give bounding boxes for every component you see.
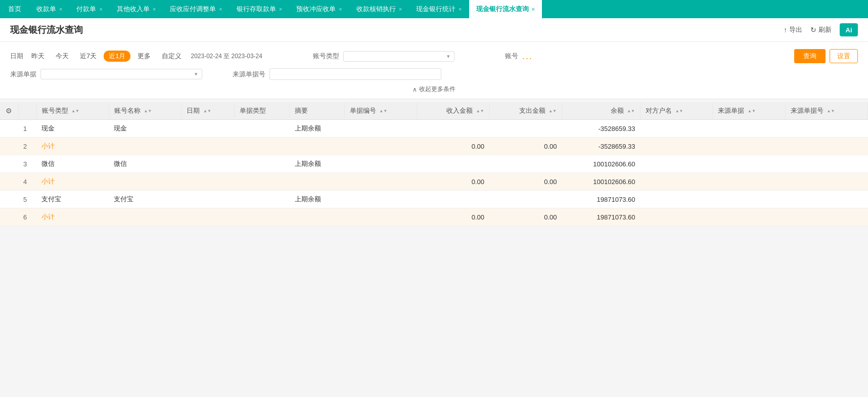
table-row: 5支付宝支付宝上期余额19871073.60	[0, 191, 868, 208]
table-row: 4小计0.000.00100102606.60	[0, 173, 868, 191]
table-container: ⚙ 账号类型 ▲▼ 账号名称 ▲▼ 日期 ▲▼ 单据类型 摘要 单	[0, 102, 868, 226]
th-settings[interactable]: ⚙	[0, 102, 18, 120]
close-tab-4-icon[interactable]: ×	[279, 6, 282, 12]
close-tab-5-icon[interactable]: ×	[339, 6, 342, 12]
account-label: 账号	[505, 52, 518, 61]
th-balance[interactable]: 余额 ▲▼	[562, 102, 641, 120]
nav-tab-7[interactable]: 现金银行统计 ×	[409, 0, 469, 18]
refresh-button[interactable]: ↻ 刷新	[810, 25, 832, 34]
close-tab-3-icon[interactable]: ×	[219, 6, 222, 12]
date-option-custom[interactable]: 自定义	[158, 51, 186, 62]
sort-balance-icon: ▲▼	[627, 109, 635, 113]
column-settings-icon[interactable]: ⚙	[6, 107, 12, 115]
th-doc-no[interactable]: 单据编号 ▲▼	[344, 102, 417, 120]
settings-button[interactable]: 设置	[830, 49, 858, 63]
th-summary: 摘要	[290, 102, 344, 120]
sort-account-name-icon: ▲▼	[144, 109, 152, 113]
table-body: 1现金现金上期余额-3528659.332小计0.000.00-3528659.…	[0, 120, 868, 226]
export-button[interactable]: ↑ 导出	[784, 25, 802, 34]
close-tab-1-icon[interactable]: ×	[99, 6, 102, 12]
account-filter-group: 账号 ...	[505, 51, 533, 62]
date-label: 日期	[10, 52, 23, 61]
date-options: 昨天 今天 近7天 近1月 更多 自定义 2023-02-24 至 2023-0…	[27, 51, 262, 62]
nav-tab-8[interactable]: 现金银行流水查询 ×	[469, 0, 542, 18]
page-header: 现金银行流水查询 ↑ 导出 ↻ 刷新 Ai	[0, 18, 868, 42]
close-tab-8-icon[interactable]: ×	[532, 6, 535, 12]
sort-source-doc-no-icon: ▲▼	[827, 109, 835, 113]
source-doc-no-input[interactable]	[269, 68, 441, 80]
nav-tab-1[interactable]: 付款单 ×	[69, 0, 109, 18]
th-source-doc-no[interactable]: 来源单据号 ▲▼	[785, 102, 867, 120]
account-type-select[interactable]: ▾	[343, 51, 454, 62]
date-filter-group: 日期 昨天 今天 近7天 近1月 更多 自定义 2023-02-24 至 202…	[10, 51, 262, 62]
page-title: 现金银行流水查询	[10, 24, 83, 36]
date-range-display: 2023-02-24 至 2023-03-24	[191, 52, 262, 61]
top-nav: 首页 收款单 × 付款单 × 其他收入单 × 应收应付调整单 × 银行存取款单 …	[0, 0, 868, 18]
sort-account-type-icon: ▲▼	[71, 109, 79, 113]
nav-tab-4[interactable]: 银行存取款单 ×	[230, 0, 289, 18]
nav-tab-2[interactable]: 其他收入单 ×	[110, 0, 163, 18]
th-rownum	[18, 102, 36, 120]
refresh-icon: ↻	[810, 26, 816, 34]
account-type-label: 账号类型	[313, 52, 339, 61]
table-row: 3微信微信上期余额100102606.60	[0, 155, 868, 173]
nav-tab-3[interactable]: 应收应付调整单 ×	[163, 0, 229, 18]
nav-tab-6[interactable]: 收款核销执行 ×	[349, 0, 409, 18]
source-doc-no-filter-group: 来源单据号	[233, 68, 441, 80]
chevron-up-icon: ∧	[413, 86, 417, 93]
close-tab-0-icon[interactable]: ×	[59, 6, 62, 12]
filter-row-2: 来源单据 ▾ 来源单据号	[10, 68, 858, 80]
source-doc-no-label: 来源单据号	[233, 70, 265, 79]
date-option-more[interactable]: 更多	[133, 51, 155, 62]
sort-income-icon: ▲▼	[476, 109, 484, 113]
sort-date-icon: ▲▼	[203, 109, 211, 113]
close-tab-2-icon[interactable]: ×	[153, 6, 156, 12]
sort-counterpart-icon: ▲▼	[675, 109, 683, 113]
account-type-filter-group: 账号类型 ▾	[313, 51, 454, 62]
th-account-name[interactable]: 账号名称 ▲▼	[109, 102, 181, 120]
data-table: ⚙ 账号类型 ▲▼ 账号名称 ▲▼ 日期 ▲▼ 单据类型 摘要 单	[0, 102, 868, 226]
filter-row-1: 日期 昨天 今天 近7天 近1月 更多 自定义 2023-02-24 至 202…	[10, 49, 858, 63]
date-option-yesterday[interactable]: 昨天	[27, 51, 49, 62]
header-actions: ↑ 导出 ↻ 刷新 Ai	[784, 23, 858, 36]
date-option-7days[interactable]: 近7天	[76, 51, 101, 62]
source-doc-chevron-icon: ▾	[195, 71, 198, 77]
th-counterpart[interactable]: 对方户名 ▲▼	[641, 102, 713, 120]
th-expense[interactable]: 支出金额 ▲▼	[489, 102, 562, 120]
table-row: 2小计0.000.00-3528659.33	[0, 138, 868, 155]
th-doc-type: 单据类型	[234, 102, 290, 120]
collapse-text: 收起更多条件	[419, 85, 455, 94]
account-dots[interactable]: ...	[522, 51, 533, 62]
sort-doc-no-icon: ▲▼	[379, 109, 387, 113]
collapse-bar[interactable]: ∧ 收起更多条件	[10, 85, 858, 94]
export-icon: ↑	[784, 26, 787, 34]
nav-home[interactable]: 首页	[0, 0, 29, 18]
th-account-type[interactable]: 账号类型 ▲▼	[36, 102, 109, 120]
nav-tab-0[interactable]: 收款单 ×	[29, 0, 69, 18]
action-buttons: 查询 设置	[794, 49, 858, 63]
table-row: 6小计0.000.0019871073.60	[0, 208, 868, 226]
nav-tab-5[interactable]: 预收冲应收单 ×	[289, 0, 349, 18]
filter-area: 日期 昨天 今天 近7天 近1月 更多 自定义 2023-02-24 至 202…	[0, 42, 868, 99]
source-doc-select[interactable]: ▾	[40, 69, 202, 79]
th-source-doc[interactable]: 来源单据 ▲▼	[713, 102, 785, 120]
th-date[interactable]: 日期 ▲▼	[181, 102, 234, 120]
query-button[interactable]: 查询	[794, 49, 826, 63]
close-tab-6-icon[interactable]: ×	[399, 6, 402, 12]
date-option-1month[interactable]: 近1月	[104, 51, 130, 62]
sort-expense-icon: ▲▼	[549, 109, 557, 113]
account-type-chevron-icon: ▾	[447, 53, 450, 60]
sort-source-doc-icon: ▲▼	[748, 109, 756, 113]
table-row: 1现金现金上期余额-3528659.33	[0, 120, 868, 138]
source-doc-filter-group: 来源单据 ▾	[10, 69, 202, 79]
source-doc-label: 来源单据	[10, 70, 36, 79]
table-header-row: ⚙ 账号类型 ▲▼ 账号名称 ▲▼ 日期 ▲▼ 单据类型 摘要 单	[0, 102, 868, 120]
close-tab-7-icon[interactable]: ×	[459, 6, 462, 12]
ai-badge[interactable]: Ai	[840, 23, 858, 36]
date-option-today[interactable]: 今天	[52, 51, 73, 62]
th-income[interactable]: 收入金额 ▲▼	[417, 102, 489, 120]
